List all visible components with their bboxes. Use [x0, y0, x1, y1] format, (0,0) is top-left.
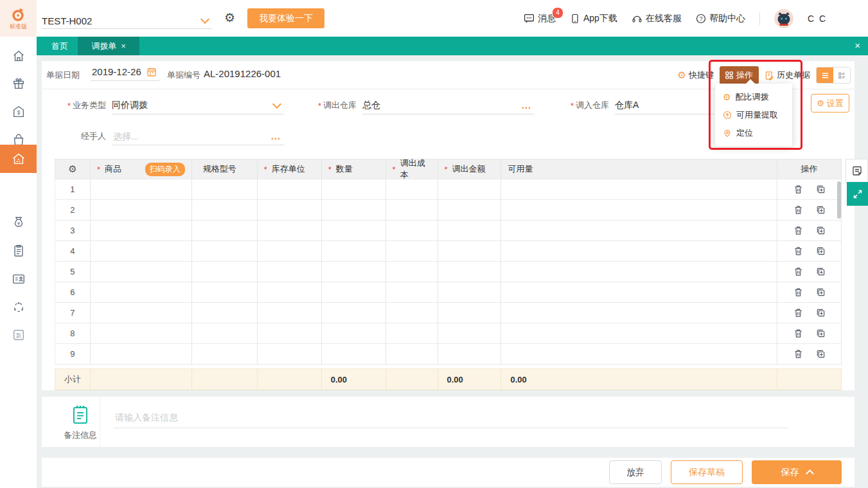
avatar[interactable] — [774, 9, 793, 28]
cell-spec[interactable] — [192, 323, 258, 344]
copy-row-icon[interactable] — [816, 349, 826, 359]
remark-input[interactable] — [114, 410, 788, 428]
card-view-button[interactable] — [833, 68, 850, 83]
menu-item-locate[interactable]: 定位 — [715, 124, 792, 142]
delete-row-icon[interactable] — [793, 226, 803, 235]
delete-row-icon[interactable] — [793, 246, 803, 256]
cell-amount[interactable] — [438, 200, 502, 221]
cell-spec[interactable] — [192, 200, 258, 221]
tab-transfer-order[interactable]: 调拨单 × — [78, 37, 139, 55]
cell-qty[interactable] — [322, 241, 386, 262]
cell-spec[interactable] — [192, 303, 258, 323]
sidebar-item-contacts[interactable] — [0, 266, 37, 293]
notes-float-button[interactable] — [846, 159, 868, 183]
user-name[interactable]: C C — [808, 14, 827, 24]
cell-qty[interactable] — [322, 323, 386, 344]
history-orders-button[interactable]: 历史单据 — [765, 69, 810, 81]
close-all-icon[interactable]: × — [855, 40, 860, 51]
sidebar-item-finance[interactable]: ¥ — [0, 209, 37, 236]
sidebar-item-reports[interactable] — [0, 237, 37, 264]
cell-spec[interactable] — [192, 179, 258, 200]
cell-unit[interactable] — [258, 282, 322, 303]
cell-amount[interactable] — [438, 221, 502, 241]
cell-product[interactable] — [91, 323, 192, 344]
sidebar-item-home[interactable] — [0, 42, 37, 69]
gear-icon[interactable]: ⚙ — [224, 10, 235, 25]
menu-item-extract-available[interactable]: 可用量提取 — [715, 106, 792, 124]
delete-row-icon[interactable] — [793, 267, 803, 276]
column-settings[interactable]: ⚙ — [55, 159, 91, 179]
cell-product[interactable] — [91, 262, 192, 282]
shortcut-keys-button[interactable]: ⚙ 快捷键 — [678, 69, 714, 81]
cell-cost[interactable] — [386, 282, 438, 303]
save-button[interactable]: 保存 — [752, 460, 842, 484]
company-selector[interactable]: TEST-H002 — [42, 13, 212, 29]
cell-amount[interactable] — [438, 241, 502, 262]
delete-row-icon[interactable] — [793, 287, 803, 297]
cell-spec[interactable] — [192, 221, 258, 241]
app-download-button[interactable]: App下载 — [570, 13, 617, 24]
cell-spec[interactable] — [192, 262, 258, 282]
cell-unit[interactable] — [258, 344, 322, 365]
cell-cost[interactable] — [386, 262, 438, 282]
scan-entry-button[interactable]: 扫码录入 — [145, 163, 185, 176]
cell-cost[interactable] — [386, 303, 438, 323]
discard-button[interactable]: 放弃 — [609, 460, 662, 484]
cell-qty[interactable] — [322, 179, 386, 200]
cell-amount[interactable] — [438, 303, 502, 323]
cell-qty[interactable] — [322, 221, 386, 241]
online-service-button[interactable]: 在线客服 — [632, 13, 682, 24]
cell-cost[interactable] — [386, 323, 438, 344]
cell-qty[interactable] — [322, 282, 386, 303]
cell-qty[interactable] — [322, 262, 386, 282]
cell-unit[interactable] — [258, 262, 322, 282]
copy-row-icon[interactable] — [816, 205, 826, 215]
scrollbar-thumb[interactable] — [837, 181, 841, 219]
sidebar-item-share[interactable] — [0, 294, 37, 321]
list-view-button[interactable] — [817, 68, 833, 83]
delete-row-icon[interactable] — [793, 329, 803, 338]
cell-amount[interactable] — [438, 344, 502, 365]
copy-row-icon[interactable] — [816, 185, 826, 194]
cell-cost[interactable] — [386, 241, 438, 262]
cell-product[interactable] — [91, 282, 192, 303]
copy-row-icon[interactable] — [816, 329, 826, 338]
cell-unit[interactable] — [258, 241, 322, 262]
cell-cost[interactable] — [386, 200, 438, 221]
cell-product[interactable] — [91, 241, 192, 262]
sidebar-item-promotion[interactable] — [0, 70, 37, 97]
cell-spec[interactable] — [192, 241, 258, 262]
copy-row-icon[interactable] — [816, 308, 826, 318]
cell-product[interactable] — [91, 344, 192, 365]
delete-row-icon[interactable] — [793, 308, 803, 318]
delete-row-icon[interactable] — [793, 349, 803, 359]
cell-spec[interactable] — [192, 344, 258, 365]
delete-row-icon[interactable] — [793, 205, 803, 215]
cell-qty[interactable] — [322, 200, 386, 221]
save-draft-button[interactable]: 保存草稿 — [671, 460, 743, 484]
tab-home[interactable]: 首页 — [42, 37, 78, 55]
settings-button[interactable]: ⚙ 设置 — [811, 94, 849, 113]
sidebar-item-sales[interactable]: $ — [0, 98, 37, 125]
trial-button[interactable]: 我要体验一下 — [247, 8, 324, 28]
handler-input[interactable] — [112, 131, 252, 142]
copy-row-icon[interactable] — [816, 267, 826, 276]
in-warehouse-select[interactable]: 仓库A — [615, 96, 714, 114]
out-warehouse-select[interactable]: 总仓 … — [362, 96, 535, 114]
cell-cost[interactable] — [386, 344, 438, 365]
cell-amount[interactable] — [438, 262, 502, 282]
expand-float-button[interactable] — [847, 182, 868, 206]
cell-unit[interactable] — [258, 200, 322, 221]
copy-row-icon[interactable] — [816, 287, 826, 297]
cell-cost[interactable] — [386, 221, 438, 241]
cell-qty[interactable] — [322, 344, 386, 365]
cell-unit[interactable] — [258, 221, 322, 241]
cell-product[interactable] — [91, 221, 192, 241]
cell-amount[interactable] — [438, 282, 502, 303]
cell-unit[interactable] — [258, 179, 322, 200]
copy-row-icon[interactable] — [816, 226, 826, 235]
cell-cost[interactable] — [386, 179, 438, 200]
messages-button[interactable]: 消息 4 — [524, 13, 556, 24]
ellipsis-picker-icon[interactable]: … — [521, 100, 532, 111]
business-type-select[interactable]: 同价调拨 — [112, 96, 284, 114]
